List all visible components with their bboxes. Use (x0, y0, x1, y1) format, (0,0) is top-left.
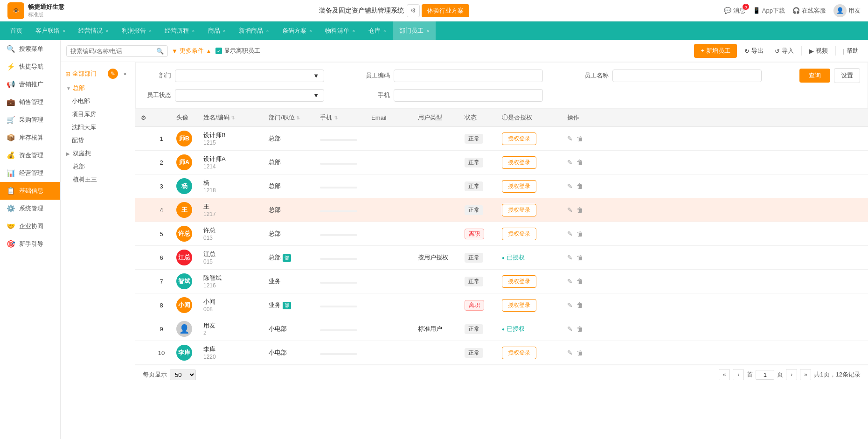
auth-login-button[interactable]: 授权登录 (502, 156, 536, 169)
trial-button[interactable]: 体验行业方案 (422, 4, 469, 17)
delete-icon[interactable]: 🗑 (576, 135, 583, 142)
sidebar-item-purchase[interactable]: 🛒 采购管理 (0, 111, 60, 129)
edit-icon[interactable]: ✎ (567, 278, 573, 285)
tab-close-employees[interactable]: × (426, 28, 429, 34)
delete-icon[interactable]: 🗑 (576, 325, 583, 333)
export-button[interactable]: ↻ 导出 (741, 45, 767, 57)
delete-icon[interactable]: 🗑 (576, 159, 583, 166)
more-filter-button[interactable]: ▼ 更多条件 ▲ (172, 47, 212, 55)
tab-bom[interactable]: 物料清单 × (319, 21, 361, 40)
settings-button[interactable]: ⚙ (407, 4, 420, 17)
auth-login-button[interactable]: 授权登录 (502, 228, 536, 240)
dept-collapse-button[interactable]: « (120, 69, 130, 79)
sidebar-item-search[interactable]: 🔍 搜索菜单 (0, 40, 60, 58)
tab-warehouse[interactable]: 仓库 × (362, 21, 393, 40)
sidebar-item-finance[interactable]: 💰 资金管理 (0, 146, 60, 164)
delete-icon[interactable]: 🗑 (576, 254, 583, 261)
tab-close-new-goods[interactable]: × (266, 28, 269, 34)
edit-icon[interactable]: ✎ (567, 135, 573, 142)
sidebar-item-cooperation[interactable]: 🤝 企业协同 (0, 217, 60, 235)
auth-login-button[interactable]: 授权登录 (502, 180, 536, 193)
all-departments-label[interactable]: ⊞ 全部部门 (65, 70, 97, 78)
sidebar-item-shortcut[interactable]: ⚡ 快捷导航 (0, 58, 60, 76)
edit-icon[interactable]: ✎ (567, 349, 573, 356)
sidebar-item-inventory[interactable]: 📦 库存核算 (0, 129, 60, 146)
edit-icon[interactable]: ✎ (567, 301, 573, 309)
sidebar-item-basic[interactable]: 📋 基础信息 (0, 182, 60, 200)
app-download-button[interactable]: 📱 App下载 (753, 7, 785, 15)
tab-close-history[interactable]: × (192, 28, 194, 34)
tab-employees[interactable]: 部门员工 × (393, 21, 436, 40)
delete-icon[interactable]: 🗑 (576, 230, 583, 237)
filter-phone-input[interactable] (394, 89, 543, 102)
query-button[interactable]: 查询 (799, 69, 830, 83)
search-input[interactable] (70, 48, 154, 55)
prev-page-button[interactable]: ‹ (733, 369, 744, 380)
filter-empname-input[interactable] (612, 70, 762, 82)
tab-barcode[interactable]: 条码方案 × (276, 21, 319, 40)
dept-add-button[interactable]: ✎ (108, 69, 118, 79)
delete-icon[interactable]: 🗑 (576, 278, 583, 285)
add-employee-button[interactable]: + 新增员工 (694, 44, 736, 58)
edit-icon[interactable]: ✎ (567, 182, 573, 190)
edit-icon[interactable]: ✎ (567, 206, 573, 214)
filter-empcode-input[interactable] (394, 70, 543, 82)
auth-login-button[interactable]: 授权登录 (502, 347, 536, 359)
auth-login-button[interactable]: 授权登录 (502, 275, 536, 288)
user-area[interactable]: 👤 用友 (833, 4, 861, 17)
dept-col-header[interactable]: 部门/职位 ⇅ (263, 109, 314, 127)
reset-button[interactable]: 设置 (834, 68, 860, 83)
page-size-select[interactable]: 50 100 (170, 369, 196, 380)
tab-profit[interactable]: 利润报告 × (115, 21, 158, 40)
help-button[interactable]: | 帮助 (840, 45, 862, 57)
sidebar-item-system[interactable]: ⚙️ 系统管理 (0, 200, 60, 217)
sidebar-item-sales[interactable]: 💼 销售管理 (0, 93, 60, 111)
auth-login-button[interactable]: 授权登录 (502, 204, 536, 216)
dept-item-zhishu[interactable]: 植树王三 (62, 173, 133, 186)
first-page-button[interactable]: « (719, 369, 730, 380)
tab-history[interactable]: 经营历程 × (158, 21, 201, 40)
tab-close-profit[interactable]: × (149, 28, 152, 34)
view-button[interactable]: ▶ 视频 (806, 45, 832, 57)
delete-icon[interactable]: 🗑 (576, 182, 583, 190)
tab-operations[interactable]: 经营情况 × (72, 21, 115, 40)
sidebar-item-guide[interactable]: 🎯 新手引导 (0, 235, 60, 253)
name-col-header[interactable]: 姓名/编码 ⇅ (198, 109, 263, 127)
tab-close-warehouse[interactable]: × (383, 28, 386, 34)
show-resigned-toggle[interactable]: ✓ 显示离职员工 (215, 47, 260, 55)
last-page-button[interactable]: » (800, 369, 811, 380)
edit-icon[interactable]: ✎ (567, 254, 573, 261)
next-page-button[interactable]: › (786, 369, 797, 380)
tab-close-goods[interactable]: × (223, 28, 226, 34)
tab-goods[interactable]: 商品 × (201, 21, 232, 40)
tab-new-goods[interactable]: 新增商品 × (232, 21, 275, 40)
filter-status-select[interactable]: ▼ (175, 89, 324, 102)
phone-col-header[interactable]: 手机 ⇅ (314, 109, 366, 127)
tab-close-bom[interactable]: × (352, 28, 355, 34)
sidebar-item-marketing[interactable]: 📢 营销推广 (0, 76, 60, 93)
settings-col-header[interactable]: ⚙ (135, 109, 152, 127)
dept-item-small-electric[interactable]: 小电部 (68, 95, 133, 108)
delete-icon[interactable]: 🗑 (576, 301, 583, 309)
edit-icon[interactable]: ✎ (567, 159, 573, 166)
filter-dept-select[interactable]: ▼ (175, 70, 324, 82)
dept-item-distribution[interactable]: 配货 (68, 134, 133, 147)
current-page-input[interactable] (756, 370, 774, 380)
tab-customer[interactable]: 客户联络 × (29, 21, 72, 40)
tab-close-operations[interactable]: × (105, 28, 108, 34)
auth-login-button[interactable]: 授权登录 (502, 132, 536, 145)
dept-item-project-warehouse[interactable]: 项目库房 (68, 108, 133, 121)
tab-close-customer[interactable]: × (62, 28, 65, 34)
edit-icon[interactable]: ✎ (567, 230, 573, 237)
tab-close-barcode[interactable]: × (309, 28, 312, 34)
dept-item-headquarter[interactable]: ▼ 总部 (62, 82, 133, 95)
dept-item-shuangting[interactable]: ▶ 双庭想 (62, 147, 133, 160)
import-button[interactable]: ↺ 导入 (771, 45, 798, 57)
auth-login-button[interactable]: 授权登录 (502, 299, 536, 312)
message-button[interactable]: 💬 消息 5 (724, 7, 745, 15)
edit-icon[interactable]: ✎ (567, 325, 573, 333)
search-icon-btn[interactable]: 🔍 (156, 48, 164, 55)
delete-icon[interactable]: 🗑 (576, 349, 583, 356)
sidebar-item-operations[interactable]: 📊 经营管理 (0, 164, 60, 182)
delete-icon[interactable]: 🗑 (576, 206, 583, 214)
